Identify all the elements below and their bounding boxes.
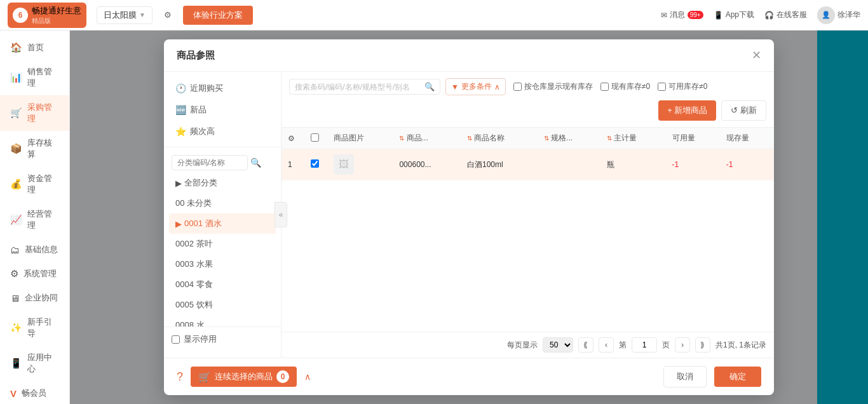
footer-collapse-icon[interactable]: ∧ [304,372,311,382]
tab-new-products[interactable]: 🆕 新品 [169,100,276,120]
next-page-button[interactable]: › [675,337,690,353]
sidebar-item-basic-info[interactable]: 🗂 基础信息 [0,238,69,262]
online-service-label: 在线客服 [776,10,807,20]
chevron-right-active-icon: ▶ [175,219,182,229]
select-all-checkbox[interactable] [311,133,319,142]
checkbox-available-stock-input[interactable] [658,83,666,91]
sort-name-icon[interactable]: ⇅ [467,135,472,142]
checkbox-warehouse-stock-input[interactable] [513,83,522,91]
filter-label: 更多条件 [461,81,492,92]
category-all-label: 全部分类 [184,177,217,189]
new-icon: 🆕 [175,105,186,115]
industry-solution-button[interactable]: 体验行业方案 [183,6,253,25]
product-search-icon[interactable]: 🔍 [424,82,435,91]
category-search-input[interactable] [172,155,248,170]
category-item-drinks[interactable]: 0005 饮料 [169,295,276,315]
per-page-select[interactable]: 50 [543,337,573,353]
tab-new-label: 新品 [190,104,207,116]
logo-sub-text: 精品版 [32,17,81,25]
sidebar-item-sales[interactable]: 📊 销售管理 [0,60,69,95]
page-suffix: 页 [662,340,670,351]
category-search-icon[interactable]: 🔍 [250,158,261,168]
prev-page-button[interactable]: ‹ [599,337,614,353]
refresh-button[interactable]: ↺ 刷新 [721,100,766,121]
checkbox-available-stock[interactable]: 可用库存≠0 [658,81,707,92]
divider [164,147,281,147]
row-checkbox[interactable] [311,159,319,168]
cell-spec [538,149,600,180]
confirm-button[interactable]: 确定 [714,367,761,387]
category-item-snacks[interactable]: 0004 零食 [169,274,276,295]
sidebar-item-guide[interactable]: ✨ 新手引导 [0,310,69,346]
sidebar-item-inventory[interactable]: 📦 库存核算 [0,131,69,166]
sidebar-item-enterprise[interactable]: 🖥 企业协同 [0,286,69,310]
left-panel-collapse-button[interactable]: « [275,202,287,227]
sidebar-item-system[interactable]: ⚙ 系统管理 [0,262,69,286]
tab-frequent[interactable]: ⭐ 频次高 [169,121,276,142]
table-header-row: ⚙ 商品图片 ⇅ 商品... [281,128,774,149]
tab-frequent-label: 频次高 [190,126,215,137]
nav-dropdown[interactable]: 日太阳膜 ▼ [97,6,153,24]
dialog-close-button[interactable]: ✕ [752,48,761,62]
show-disabled-input[interactable] [172,335,180,344]
sidebar-label-enterprise: 企业协同 [25,292,58,304]
checkbox-current-stock-input[interactable] [600,83,609,91]
total-info: 共1页, 1条记录 [715,340,766,351]
sort-unit-icon[interactable]: ⇅ [607,135,612,142]
cell-image: 🖼 [327,149,393,180]
cancel-button[interactable]: 取消 [663,366,707,387]
dialog-footer: ? 🛒 连续选择的商品 0 ∧ 取消 确定 [164,358,774,395]
cell-name: 白酒100ml [461,149,538,180]
tab-recent-purchase[interactable]: 🕐 近期购买 [169,78,276,98]
filter-checkboxes: 按仓库显示现有库存 现有库存≠0 可用库存≠0 [513,81,708,92]
sidebar-item-home[interactable]: 🏠 首页 [0,36,69,60]
sidebar-item-operation[interactable]: 📈 经营管理 [0,202,69,238]
cell-checkbox[interactable] [304,149,327,180]
tab-recent-label: 近期购买 [190,83,223,94]
filter-icon: ▼ [451,83,459,91]
cart-icon: 🛒 [198,371,211,383]
logo[interactable]: 6 畅捷通好生意 精品版 [8,3,86,28]
user-avatar: 👤 [817,6,835,24]
category-item-all[interactable]: ▶ 全部分类 [169,173,276,193]
online-service-button[interactable]: 🎧 在线客服 [764,10,807,20]
sidebar-item-app-center[interactable]: 📱 应用中心 [0,346,69,381]
table-row[interactable]: 1 🖼 000600... 白酒100ml 瓶 -1 -1 [281,149,774,180]
sort-code-icon[interactable]: ⇅ [399,135,404,142]
page-input[interactable] [632,337,657,353]
checkbox-current-stock[interactable]: 现有库存≠0 [600,81,650,92]
sidebar-label-home: 首页 [27,42,44,53]
sort-spec-icon[interactable]: ⇅ [544,135,549,142]
category-item-tea[interactable]: 0002 茶叶 [169,234,276,254]
cell-stock: -1 [720,149,774,180]
first-page-button[interactable]: ⟪ [578,337,593,353]
sidebar-item-finance[interactable]: 💰 资金管理 [0,166,69,202]
category-item-liquor[interactable]: ▶ 0001 酒水 [169,213,276,234]
messages-button[interactable]: ✉ 消息 99+ [661,10,703,20]
category-item-fruit[interactable]: 0003 水果 [169,254,276,274]
toolbar-right: + 新增商品 ↺ 刷新 [658,100,766,121]
sidebar-item-purchase[interactable]: 🛒 采购管理 [0,95,69,131]
checkbox-warehouse-stock[interactable]: 按仓库显示现有库存 [513,81,593,92]
product-tbody: 1 🖼 000600... 白酒100ml 瓶 -1 -1 [281,149,774,180]
product-table: ⚙ 商品图片 ⇅ 商品... [281,128,774,180]
add-product-button[interactable]: + 新增商品 [658,100,716,121]
cart-button[interactable]: 🛒 连续选择的商品 0 [191,367,297,387]
last-page-button[interactable]: ⟫ [695,337,710,353]
app-download-button[interactable]: 📱 App下载 [714,10,754,20]
more-filters-button[interactable]: ▼ 更多条件 ∧ [445,78,506,95]
gear-icon[interactable]: ⚙ [158,5,178,25]
checkbox-current-label: 现有库存≠0 [611,81,650,92]
category-item-uncategorized[interactable]: 00 未分类 [169,193,276,213]
show-disabled-checkbox[interactable]: 显示停用 [164,327,281,351]
sidebar-item-member[interactable]: V 畅会员 [0,381,69,404]
user-menu[interactable]: 👤 徐泽华 [817,6,860,24]
product-search-input[interactable] [295,83,422,91]
sidebar-label-basic-info: 基础信息 [25,244,58,255]
category-item-water[interactable]: 0008 水 [169,315,276,327]
help-icon[interactable]: ? [177,370,183,384]
basic-info-icon: 🗂 [10,245,20,255]
nav-right: ✉ 消息 99+ 📱 App下载 🎧 在线客服 👤 徐泽华 [661,6,860,24]
category-search: 🔍 [164,152,281,173]
content-area: 商品参照 ✕ 🕐 近期购买 🆕 [70,30,868,404]
